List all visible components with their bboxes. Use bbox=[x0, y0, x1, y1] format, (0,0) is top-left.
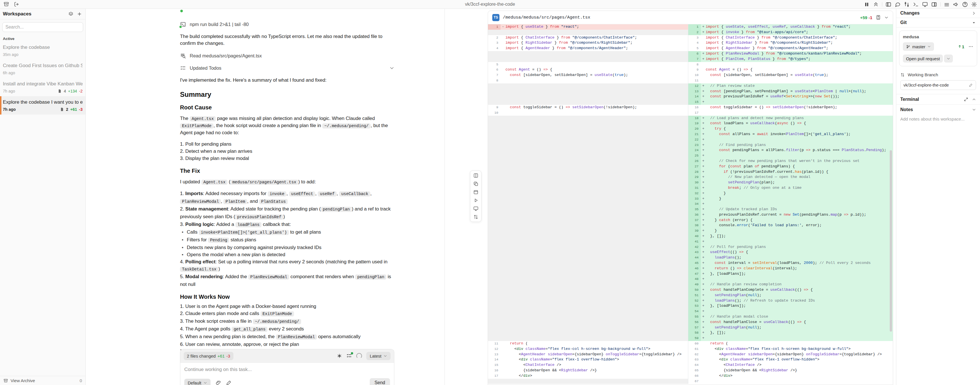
workspace-item[interactable]: Install and integrate Vibe Kanban Web C7… bbox=[0, 78, 86, 96]
working-branch-input[interactable]: vk/3ccf-explore-the-code bbox=[900, 80, 976, 90]
attach-file-icon[interactable] bbox=[215, 380, 221, 385]
diff-view-icon[interactable] bbox=[876, 15, 881, 20]
workspace-title: Create Good First Issues on Github So p bbox=[3, 63, 83, 68]
notes-section-header[interactable]: Notes bbox=[896, 104, 980, 115]
copy-icon[interactable] bbox=[473, 181, 479, 186]
inline-code: pendingPlan bbox=[355, 274, 386, 280]
collapsible-row[interactable]: Updated Todos bbox=[180, 65, 394, 72]
workspace-item[interactable]: Create Good First Issues on Github So p6… bbox=[0, 60, 86, 78]
prompt-icon[interactable] bbox=[913, 2, 919, 8]
diff-row: 6+import { PlanReviewModal } from "@/com… bbox=[488, 51, 893, 57]
diff-row: 12 <div className="flex flex-col h-scree… bbox=[488, 347, 893, 352]
section-heading: How It Works Now bbox=[180, 294, 394, 300]
tool-call-row[interactable]: Read medusa/src/pages/Agent.tsx bbox=[180, 52, 394, 59]
expand-terminal-icon[interactable] bbox=[964, 97, 968, 102]
diff-file-header[interactable]: TS /medusa/medusa/src/pages/Agent.tsx +5… bbox=[488, 11, 893, 24]
sign-out-icon[interactable] bbox=[14, 2, 19, 7]
asterisk-icon[interactable] bbox=[337, 353, 342, 358]
archive-icon[interactable] bbox=[3, 2, 9, 7]
menu-icon[interactable] bbox=[944, 2, 950, 8]
tool-call-row[interactable]: npm run build 2>&1 | tail -80 bbox=[180, 21, 394, 28]
collapse-file-icon[interactable] bbox=[884, 16, 889, 20]
workspace-item[interactable]: Explore the codebase I want you to exp7h… bbox=[0, 96, 86, 115]
view-archive-row[interactable]: View Archive 0 bbox=[0, 376, 86, 385]
diff-row: 54+ bbox=[488, 309, 893, 314]
diff-row: 57+ setPendingPlan(null); bbox=[488, 325, 893, 331]
workspace-search-input[interactable] bbox=[2, 22, 83, 32]
message-input-placeholder: Continue working on this task... bbox=[184, 367, 390, 372]
compare-icon[interactable] bbox=[473, 214, 479, 220]
branch-selector[interactable]: master bbox=[903, 42, 934, 51]
numbered-list-item: 5. When a new pending plan is detected, … bbox=[180, 333, 394, 341]
chevron-down-icon[interactable] bbox=[972, 108, 976, 112]
help-icon[interactable] bbox=[962, 2, 968, 8]
chevron-down-icon[interactable] bbox=[390, 66, 394, 70]
numbered-list-item: 1. Poll for pending plans bbox=[180, 140, 394, 148]
titlebar-icons bbox=[864, 0, 977, 9]
diff-row: 31+ break; // Only open one at a time bbox=[488, 185, 893, 191]
chevron-up-icon[interactable] bbox=[972, 97, 976, 102]
diff-row: 28+ if (!previousPlanIdsRef.current.has(… bbox=[488, 169, 893, 175]
repo-menu-button[interactable] bbox=[968, 44, 974, 49]
panel-right-icon[interactable] bbox=[931, 2, 937, 8]
monitor-icon[interactable] bbox=[922, 2, 928, 8]
add-workspace-button[interactable] bbox=[77, 11, 82, 17]
notes-placeholder[interactable]: Add notes about this workspace... bbox=[896, 115, 980, 123]
chevrons-up-icon[interactable] bbox=[873, 2, 879, 8]
workspace-list: Explore the codebase35m agoCreate Good F… bbox=[0, 41, 86, 115]
branch-icon bbox=[906, 45, 910, 49]
pen-icon[interactable] bbox=[226, 380, 232, 385]
megaphone-icon[interactable] bbox=[953, 2, 959, 8]
bullet-list-item: •Detects new plans by comparing against … bbox=[180, 244, 394, 251]
diff-row: 48+ bbox=[488, 277, 893, 282]
diff-scrollbar[interactable] bbox=[890, 150, 892, 332]
numbered-list-item: 1. User is on the Agent page with a Dock… bbox=[180, 303, 394, 310]
send-button[interactable]: Send bbox=[370, 378, 390, 385]
diff-row: 19+ const loadPlans = useCallback(async … bbox=[488, 121, 893, 126]
workspace-title: Explore the codebase I want you to exp bbox=[3, 99, 83, 105]
inline-code: pendingPlan bbox=[321, 207, 352, 212]
diff-row: 55+ // Handle plan modal close bbox=[488, 314, 893, 320]
version-dropdown[interactable]: Latest bbox=[366, 352, 391, 360]
diff-row: 52+ loadPlans(); // Refresh to update tr… bbox=[488, 298, 893, 304]
diff-row: 13+ const [pendingPlan, setPendingPlan] … bbox=[488, 89, 893, 94]
diff-row: 58+ }, []); bbox=[488, 330, 893, 336]
terminal-section-header[interactable]: Terminal bbox=[896, 94, 980, 104]
diff-panel: TS /medusa/medusa/src/pages/Agent.tsx +5… bbox=[445, 9, 896, 385]
chat-icon[interactable] bbox=[894, 2, 900, 8]
typescript-file-icon: TS bbox=[492, 14, 500, 21]
workspace-item[interactable]: Explore the codebase35m ago bbox=[0, 41, 86, 60]
layers-icon[interactable] bbox=[68, 11, 73, 17]
git-repo-card: medusa master 1 Open pull request bbox=[899, 30, 977, 66]
diff-row: 7+import { PlanItem, PlanStatus } from "… bbox=[488, 57, 893, 62]
diff-row: 67 bbox=[488, 379, 893, 384]
workspace-timestamp: 6h ago bbox=[3, 70, 15, 75]
inline-code: TaskDetail.tsx bbox=[180, 267, 218, 272]
todos-status-icon[interactable] bbox=[346, 353, 352, 359]
git-section-header[interactable]: Git bbox=[896, 18, 980, 27]
pr-options-button[interactable] bbox=[944, 54, 953, 62]
panel-left-icon[interactable] bbox=[885, 2, 891, 8]
open-pull-request-button[interactable]: Open pull request bbox=[903, 54, 943, 62]
gear-icon[interactable] bbox=[971, 2, 977, 8]
workspace-timestamp: 7h ago bbox=[3, 89, 15, 93]
section-heading: The Fix bbox=[180, 168, 394, 174]
play-icon[interactable] bbox=[473, 198, 479, 203]
monitor-icon[interactable] bbox=[473, 206, 479, 212]
window-icon[interactable] bbox=[473, 189, 479, 195]
pause-icon[interactable] bbox=[864, 2, 870, 8]
mode-dropdown[interactable]: Default bbox=[184, 379, 211, 385]
diff-row: 4import { AgentHeader } from "@/componen… bbox=[488, 46, 893, 51]
tool-label: npm run build 2>&1 | tail -80 bbox=[190, 22, 249, 27]
section-heading: Summary bbox=[180, 91, 394, 99]
edit-branch-icon[interactable] bbox=[969, 83, 973, 87]
diff-row: 34+ bbox=[488, 201, 893, 207]
panel-toolbar bbox=[470, 170, 481, 222]
message-input-area[interactable]: Continue working on this task... Default… bbox=[180, 363, 394, 385]
files-changed-badge[interactable]: 2 files changed +61 -3 bbox=[184, 352, 234, 360]
changes-section-header[interactable]: Changes bbox=[896, 9, 980, 18]
git-icon[interactable] bbox=[904, 2, 910, 8]
bullet-list-item: •Filters for Pending status plans bbox=[180, 236, 394, 244]
columns-icon[interactable] bbox=[473, 173, 479, 178]
repo-name: medusa bbox=[903, 34, 974, 39]
